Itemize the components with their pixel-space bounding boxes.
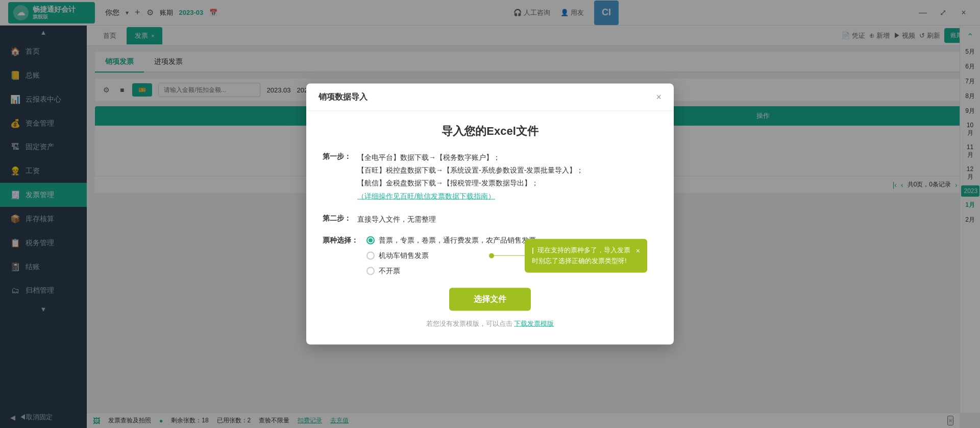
step1-label: 第一步： <box>323 151 353 161</box>
radio-dot-1 <box>369 238 373 242</box>
tooltip-dot <box>489 253 494 258</box>
select-file-btn[interactable]: 选择文件 <box>449 288 531 311</box>
radio-circle-1 <box>366 236 375 244</box>
download-template-link[interactable]: 下载发票模版 <box>514 319 554 327</box>
ticket-select-section: 票种选择： 普票，专票，卷票，通行费发票，农产品销售发票 机动车销售发票 <box>323 235 657 275</box>
step2-content: 直接导入文件，无需整理 <box>357 212 436 225</box>
step1-line3: 【航信】金税盘数据下载→【报税管理-发票数据导出】； <box>357 177 583 189</box>
import-modal: 销项数据导入 × 导入您的Excel文件 第一步： 【全电平台】数据下载→【税务… <box>306 84 674 345</box>
step1-guide-link[interactable]: （详细操作见百旺/航信发票数据下载指南） <box>357 192 495 200</box>
tooltip-close-btn[interactable]: × <box>636 245 640 256</box>
tooltip-text: 现在支持的票种多了，导入发票时别忘了选择正确的发票类型呀! <box>532 246 630 265</box>
step1-content: 【全电平台】数据下载→【税务数字账户】； 【百旺】税控盘数据下载→【系统设置-系… <box>357 151 583 203</box>
modal-main-title: 导入您的Excel文件 <box>323 124 657 139</box>
step1-line1: 【全电平台】数据下载→【税务数字账户】； <box>357 151 583 164</box>
radio-group: 普票，专票，卷票，通行费发票，农产品销售发票 机动车销售发票 × | <box>362 235 536 275</box>
download-tip-text: 若您没有发票模版，可以点击 <box>426 319 512 327</box>
modal-close-btn[interactable]: × <box>656 92 662 103</box>
modal-body: 导入您的Excel文件 第一步： 【全电平台】数据下载→【税务数字账户】； 【百… <box>306 111 674 345</box>
radio-option-2[interactable]: 机动车销售发票 × | 现在支持的票种多了，导入发票时别忘了选择正确的发票类型呀… <box>366 251 536 260</box>
modal-title: 销项数据导入 <box>318 92 368 103</box>
modal-header: 销项数据导入 × <box>306 84 674 111</box>
download-template-section: 若您没有发票模版，可以点击 下载发票模版 <box>323 319 657 328</box>
radio-circle-2 <box>366 251 375 259</box>
ticket-select-label: 票种选择： <box>323 235 358 245</box>
step2-label: 第二步： <box>323 212 353 223</box>
radio-circle-3 <box>366 267 375 275</box>
tooltip-bubble: × | 现在支持的票种多了，导入发票时别忘了选择正确的发票类型呀! <box>525 239 647 273</box>
step1-line2: 【百旺】税控盘数据下载→【系统设置-系统参数设置-发票批量导入】； <box>357 164 583 177</box>
tooltip-line <box>494 255 525 256</box>
tooltip-bar-icon: | <box>532 246 534 254</box>
step1-link-wrap: （详细操作见百旺/航信发票数据下载指南） <box>357 189 583 202</box>
tooltip-container: × | 现在支持的票种多了，导入发票时别忘了选择正确的发票类型呀! <box>489 239 647 273</box>
step2: 第二步： 直接导入文件，无需整理 <box>323 212 657 225</box>
radio-label-2: 机动车销售发票 <box>379 251 429 260</box>
radio-label-3: 不开票 <box>379 266 400 275</box>
step1: 第一步： 【全电平台】数据下载→【税务数字账户】； 【百旺】税控盘数据下载→【系… <box>323 151 657 203</box>
